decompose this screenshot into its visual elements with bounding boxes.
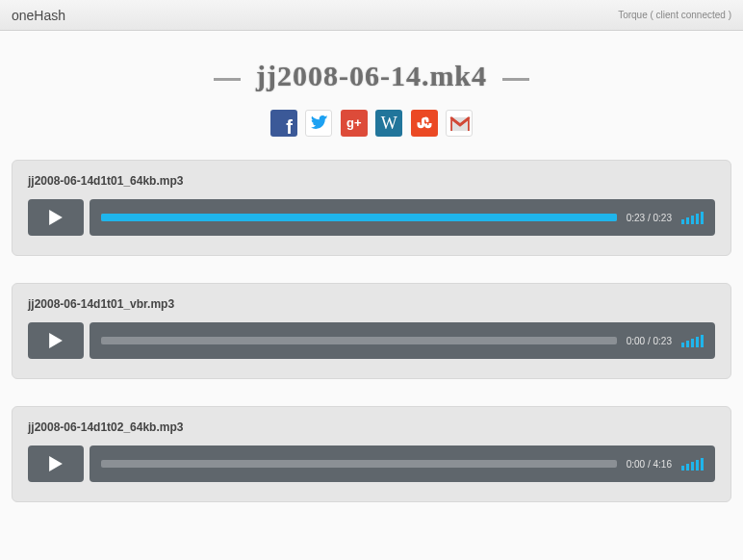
share-row xyxy=(0,110,743,137)
progress-track[interactable] xyxy=(101,460,617,468)
top-bar: oneHash Torque ( client connected ) xyxy=(0,0,743,31)
main-content: jj2008-06-14.mk4 jj2008-06-14d1t01_64kb.… xyxy=(0,31,743,502)
track-filename: jj2008-06-14d1t02_64kb.mp3 xyxy=(28,420,715,434)
track-filename: jj2008-06-14d1t01_vbr.mp3 xyxy=(28,297,715,311)
play-button[interactable] xyxy=(28,199,84,236)
google-plus-icon[interactable] xyxy=(341,110,368,137)
gmail-icon[interactable] xyxy=(446,110,473,137)
progress-track[interactable] xyxy=(101,337,617,344)
track-list: jj2008-06-14d1t01_64kb.mp3 0:23 / 0:23 j… xyxy=(0,160,743,502)
twitter-icon[interactable] xyxy=(305,110,332,137)
time-display: 0:23 / 0:23 xyxy=(627,213,672,223)
track-filename: jj2008-06-14d1t01_64kb.mp3 xyxy=(28,174,715,188)
page-title: jj2008-06-14.mk4 xyxy=(198,60,545,92)
facebook-icon[interactable] xyxy=(270,110,297,137)
track-card: jj2008-06-14d1t02_64kb.mp3 0:00 / 4:16 xyxy=(12,406,731,502)
volume-icon[interactable] xyxy=(681,334,704,347)
player-bar: 0:23 / 0:23 xyxy=(90,199,715,236)
audio-player: 0:00 / 0:23 xyxy=(28,322,715,359)
time-display: 0:00 / 4:16 xyxy=(627,459,672,470)
progress-track[interactable] xyxy=(101,214,617,221)
track-card: jj2008-06-14d1t01_64kb.mp3 0:23 / 0:23 xyxy=(12,160,731,256)
page-title-wrap: jj2008-06-14.mk4 xyxy=(0,60,743,92)
track-card: jj2008-06-14d1t01_vbr.mp3 0:00 / 0:23 xyxy=(12,283,731,379)
connection-status: Torque ( client connected ) xyxy=(618,10,731,20)
player-bar: 0:00 / 0:23 xyxy=(90,322,715,359)
play-button[interactable] xyxy=(28,445,84,482)
audio-player: 0:00 / 4:16 xyxy=(28,445,715,482)
wordpress-icon[interactable] xyxy=(375,110,402,137)
volume-icon[interactable] xyxy=(681,211,704,224)
stumbleupon-icon[interactable] xyxy=(411,110,438,137)
play-button[interactable] xyxy=(28,322,84,359)
brand-name[interactable]: oneHash xyxy=(12,8,65,23)
audio-player: 0:23 / 0:23 xyxy=(28,199,715,236)
player-bar: 0:00 / 4:16 xyxy=(90,445,715,482)
time-display: 0:00 / 0:23 xyxy=(627,336,672,346)
volume-icon[interactable] xyxy=(681,457,704,471)
progress-fill xyxy=(101,214,617,221)
